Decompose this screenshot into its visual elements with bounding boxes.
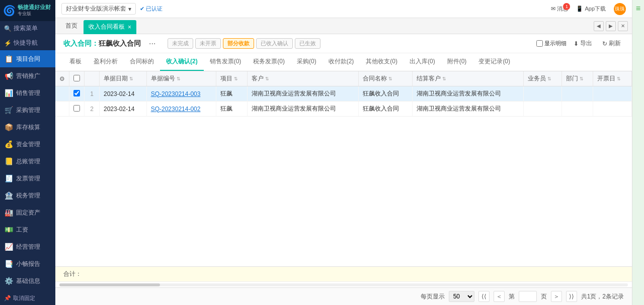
- message-icon: ✉: [551, 6, 555, 12]
- status-no-invoice-button[interactable]: 未开票: [195, 38, 221, 49]
- col-open-date-label: 开票日: [597, 74, 615, 83]
- marketing-icon: 📢: [4, 71, 13, 80]
- sidebar-item-marketing[interactable]: 📢 营销推广: [0, 67, 55, 84]
- refresh-button[interactable]: ↻ 刷新: [599, 38, 624, 49]
- tab-close-all-button[interactable]: ✕: [618, 21, 628, 31]
- tab-close-button[interactable]: ×: [128, 24, 131, 31]
- tab-prev-button[interactable]: ◀: [594, 21, 604, 31]
- status-partial-button[interactable]: 部分收款: [223, 38, 254, 49]
- sidebar-item-fixed[interactable]: 🏭 固定资产: [0, 204, 55, 221]
- user-avatar-button[interactable]: 珠珠: [614, 3, 626, 15]
- show-detail-checkbox[interactable]: [536, 40, 543, 47]
- col-settings[interactable]: ⚙: [55, 71, 69, 86]
- sidebar-item-search[interactable]: 🔍 搜索菜单: [0, 21, 55, 36]
- show-detail-checkbox-label[interactable]: 显示明细: [536, 40, 567, 47]
- row1-checkbox[interactable]: [69, 86, 85, 101]
- next-page-button[interactable]: ＞: [551, 291, 562, 302]
- contract-header: 收入合同：狂飙收入合同 ··· 未完成 未开票 部分收款 已收入确认 已生效 显…: [55, 34, 632, 53]
- sidebar-item-quicknav[interactable]: ⚡ 快捷导航: [0, 36, 55, 50]
- status-confirmed-button[interactable]: 已收入确认: [256, 38, 293, 49]
- company-selector[interactable]: 好业财专业版演示帐套 ▾: [61, 3, 136, 15]
- row1-num: 1: [85, 86, 100, 101]
- tab-profit[interactable]: 盈利分析: [88, 53, 124, 71]
- sidebar-item-base[interactable]: ⚙️ 基础信息: [0, 272, 55, 289]
- sidebar-purchase-label: 采购管理: [16, 106, 40, 115]
- row1-project: 狂飙: [216, 86, 248, 101]
- sidebar-item-capital[interactable]: 💰 资金管理: [0, 136, 55, 153]
- sidebar: 🌀 畅捷通好业财 专业版 🔍 搜索菜单 ⚡ 快捷导航 📋 项目合同 📢 营销推广…: [0, 0, 55, 305]
- row1-number-link[interactable]: SQ-20230214-003: [151, 90, 201, 97]
- message-button[interactable]: ✉ 消息 1: [551, 5, 568, 13]
- more-actions-button[interactable]: ···: [147, 39, 157, 48]
- notification-badge: 1: [563, 3, 570, 10]
- tab-sales-invoice[interactable]: 销售发票(0): [204, 53, 248, 71]
- app-download-button[interactable]: 📱 App下载: [576, 5, 606, 13]
- last-page-button[interactable]: ⟩⟩: [566, 291, 577, 302]
- sidebar-report-label: 小畅报告: [16, 260, 40, 268]
- status-incomplete-button[interactable]: 未完成: [168, 38, 193, 49]
- tab-other-income[interactable]: 其他收支(0): [360, 53, 404, 71]
- sidebar-item-invoice[interactable]: 🧾 发票管理: [0, 170, 55, 187]
- customer-sort[interactable]: 客户 ⇅: [252, 74, 354, 83]
- project-icon: 📋: [4, 54, 13, 63]
- horizontal-scrollbar[interactable]: [55, 281, 632, 287]
- contract-tab[interactable]: 收入合同看板 ×: [84, 20, 136, 34]
- col-dept-label: 部门: [566, 74, 578, 83]
- settings-icon[interactable]: ⚙: [59, 75, 65, 82]
- status-active-button[interactable]: 已生效: [295, 38, 320, 49]
- per-page-select[interactable]: 50 100 200: [449, 291, 474, 302]
- sidebar-tax-label: 税务管理: [16, 191, 40, 200]
- salesperson-sort[interactable]: 业务员 ⇅: [528, 74, 557, 83]
- sidebar-item-labor[interactable]: 💵 工资: [0, 221, 55, 238]
- tab-purchase[interactable]: 采购(0): [291, 53, 323, 71]
- tab-attachment[interactable]: 附件(0): [441, 53, 473, 71]
- tab-change-log[interactable]: 变更记录(0): [472, 53, 516, 71]
- tab-kanban[interactable]: 看板: [63, 53, 88, 71]
- scrollbar-thumb[interactable]: [59, 283, 160, 286]
- col-checkbox-header[interactable]: [69, 71, 85, 86]
- settled-sort[interactable]: 结算客户 ⇅: [417, 74, 519, 83]
- sidebar-item-ops[interactable]: 📈 经营管理: [0, 238, 55, 255]
- sidebar-item-tax[interactable]: 🏦 税务管理: [0, 187, 55, 204]
- sidebar-item-report[interactable]: 📑 小畅报告: [0, 255, 55, 272]
- dept-sort[interactable]: 部门 ⇅: [566, 74, 589, 83]
- current-page-input[interactable]: 1: [519, 291, 537, 302]
- table-row[interactable]: 2 2023-02-14 SQ-20230214-002 狂飙 湖南卫视商业运营…: [55, 101, 632, 117]
- number-sort[interactable]: 单据编号 ⇅: [151, 74, 212, 83]
- table-footer: 合计：: [55, 266, 632, 281]
- sidebar-item-inventory[interactable]: 📦 库存核算: [0, 119, 55, 136]
- sort-icon-dept: ⇅: [580, 76, 584, 81]
- refresh-label: 刷新: [609, 39, 621, 48]
- tab-confirm[interactable]: 收入确认(2): [160, 53, 204, 71]
- project-sort[interactable]: 项目 ⇅: [220, 74, 243, 83]
- export-button[interactable]: ⬇ 导出: [571, 38, 595, 49]
- sidebar-item-sales[interactable]: 📊 销售管理: [0, 84, 55, 101]
- right-panel[interactable]: ≡: [632, 0, 644, 305]
- scrollbar-track[interactable]: [59, 283, 628, 286]
- inventory-icon: 📦: [4, 123, 13, 132]
- sidebar-pin-button[interactable]: 📌 取消固定: [0, 291, 55, 305]
- select-all-checkbox[interactable]: [73, 75, 80, 81]
- contract-title-prefix: 收入合同：: [63, 39, 99, 47]
- date-sort[interactable]: 单据日期 ⇅: [104, 74, 142, 83]
- tab-payment[interactable]: 收付款(2): [323, 53, 360, 71]
- content-area: 收入合同：狂飙收入合同 ··· 未完成 未开票 部分收款 已收入确认 已生效 显…: [55, 34, 632, 305]
- tab-next-button[interactable]: ▶: [606, 21, 616, 31]
- row2-number-link[interactable]: SQ-20230214-002: [151, 106, 201, 113]
- contract-name-sort[interactable]: 合同名称 ⇅: [363, 74, 408, 83]
- home-tab[interactable]: 首页: [59, 18, 84, 34]
- prev-page-button[interactable]: ＜: [494, 291, 505, 302]
- sidebar-quicknav-label: 快捷导航: [14, 39, 38, 47]
- open-date-sort[interactable]: 开票日 ⇅: [597, 74, 627, 83]
- row2-checkbox[interactable]: [69, 101, 85, 117]
- first-page-button[interactable]: ⟨⟨: [478, 291, 490, 302]
- tab-tax-invoice[interactable]: 税务发票(0): [247, 53, 291, 71]
- sidebar-item-purchase[interactable]: 🛒 采购管理: [0, 101, 55, 119]
- sidebar-item-project[interactable]: 📋 项目合同: [0, 50, 55, 67]
- row1-number[interactable]: SQ-20230214-003: [146, 86, 216, 101]
- tab-warehouse[interactable]: 出入库(0): [404, 53, 441, 71]
- table-row[interactable]: 1 2023-02-14 SQ-20230214-003 狂飙 湖南卫视商业运营…: [55, 86, 632, 101]
- tab-standards[interactable]: 合同标的: [124, 53, 160, 71]
- row2-number[interactable]: SQ-20230214-002: [146, 101, 216, 117]
- sidebar-item-general[interactable]: 📒 总账管理: [0, 153, 55, 170]
